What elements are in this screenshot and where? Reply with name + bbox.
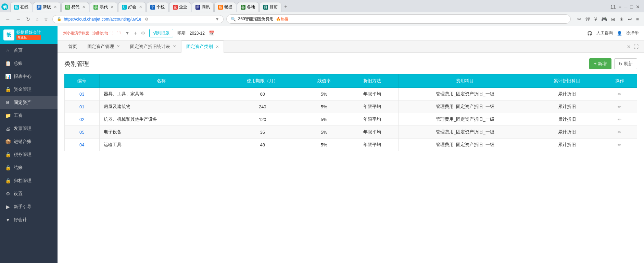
edit-icon[interactable]: ✏ [618, 117, 621, 122]
close-browser-icon[interactable]: ✕ [636, 4, 640, 10]
browser-tab-yidai1[interactable]: 易 易代 ✕ [61, 2, 89, 12]
refresh-button[interactable]: ↻ 刷新 [614, 58, 637, 69]
cell-name: 房屋及建筑物 [99, 100, 223, 113]
site-info-icon[interactable]: ⚙ [145, 17, 149, 22]
edit-icon[interactable]: ✏ [618, 142, 621, 147]
tab-bar: 畅 畅 在线 新 新版 ✕ 易 易代 ✕ 易 易代 ✕ 好 好会 ✕ 个 个税 [0, 0, 644, 12]
tab-label-yidai1: 易代 [71, 4, 79, 10]
page-title-row: 类别管理 + 新增 ↻ 刷新 [64, 58, 637, 69]
maximize-icon[interactable]: □ [630, 4, 633, 10]
tab-asset-depreciation[interactable]: 固定资产折旧统计表 ✕ [125, 40, 181, 53]
edit-icon[interactable]: ✏ [618, 130, 621, 135]
add-category-button[interactable]: + 新增 [589, 58, 611, 69]
cell-period: 60 [223, 88, 302, 100]
bookmark-button[interactable]: ☆ [42, 16, 50, 23]
grid-icon[interactable]: ⊞ [610, 15, 616, 23]
wallet-icon[interactable]: ¥ [593, 15, 598, 23]
cut-icon[interactable]: ✂ [576, 15, 582, 23]
sidebar-item-inventory[interactable]: 📦 进销台账 [0, 135, 58, 148]
maximize-window-icon[interactable]: ⛶ [634, 44, 639, 49]
brightness-icon[interactable]: ☀ [618, 15, 625, 23]
browser-tab-gedi[interactable]: 各 各地 [237, 2, 259, 12]
tab-asset-category[interactable]: 固定资产类别 ✕ [181, 40, 224, 53]
page-tabs: 首页 固定资产管理 ✕ 固定资产折旧统计表 ✕ 固定资产类别 ✕ ✕ ⛶ [58, 40, 644, 53]
sidebar-item-fixed-assets[interactable]: 🖥 固定资产 [0, 96, 58, 109]
category-table: 编号 名称 使用期限（月） 残值率 折旧方法 费用科目 累计折旧科目 操作 03… [64, 74, 637, 151]
tab-asset-mgmt-label: 固定资产管理 [87, 44, 114, 50]
sidebar-item-guide[interactable]: ▶ 新手引导 [0, 200, 58, 213]
close-tab-new[interactable]: ✕ [54, 5, 57, 9]
toolbar-dropdown-icon[interactable]: ▼ [125, 31, 130, 36]
undo-icon[interactable]: ↩ [627, 15, 633, 23]
tab-home[interactable]: 首页 [63, 40, 82, 53]
close-tab-yidai2[interactable]: ✕ [111, 5, 114, 9]
browser-tab-muqian[interactable]: 目 目前 [260, 2, 281, 12]
home-button[interactable]: ⌂ [34, 16, 40, 23]
cell-expense: 管理费用_固定资产折旧_一级 [399, 88, 532, 100]
reload-button[interactable]: ↻ [25, 16, 31, 23]
cell-residual: 5% [302, 139, 346, 151]
sidebar-item-tax[interactable]: 🔒 税务管理 [0, 148, 58, 161]
sidebar-item-salary[interactable]: 📁 工资 [0, 109, 58, 122]
toolbar-settings-icon[interactable]: ⚙ [141, 31, 145, 36]
close-tab-asset-category[interactable]: ✕ [216, 45, 219, 49]
menu-icon[interactable]: ≡ [635, 15, 640, 23]
sidebar-item-archive[interactable]: 🔒 归档管理 [0, 174, 58, 187]
sidebar-item-funds[interactable]: 🔒 资金管理 [0, 83, 58, 96]
close-tab-asset-mgmt[interactable]: ✕ [117, 44, 120, 49]
close-tab-asset-depreciation[interactable]: ✕ [173, 44, 176, 49]
address-bar-expand-icon[interactable]: ▼ [215, 17, 219, 22]
refresh-label: 刷新 [624, 61, 633, 67]
browser-tab-geshui[interactable]: 个 个税 [147, 2, 168, 12]
tab-list-icon[interactable]: ≡ [618, 4, 621, 10]
browser-tab-haohui[interactable]: 好 好会 ✕ [118, 2, 146, 12]
sidebar-item-more[interactable]: ▼ 好会计 [0, 213, 58, 226]
funds-icon: 🔒 [5, 87, 11, 92]
table-body: 03 器具、工具、家具等 60 5% 年限平均 管理费用_固定资产折旧_一级 累… [65, 88, 637, 151]
user-name[interactable]: 徐泽华 [626, 30, 639, 36]
add-tab-button[interactable]: + [282, 4, 289, 10]
table-row: 04 运输工具 48 5% 年限平均 管理费用_固定资产折旧_一级 累计折旧 ✏ [65, 139, 637, 151]
consult-label[interactable]: 人工咨询 [596, 30, 613, 36]
page-title: 类别管理 [64, 60, 89, 68]
sidebar-item-settings[interactable]: ⚙ 设置 [0, 187, 58, 200]
close-tab-yidai1[interactable]: ✕ [82, 5, 85, 9]
close-tab-haohui[interactable]: ✕ [139, 5, 142, 9]
table-header-row: 编号 名称 使用期限（月） 残值率 折旧方法 费用科目 累计折旧科目 操作 [65, 74, 637, 88]
sidebar-item-reports[interactable]: 📊 报表中心 [0, 70, 58, 83]
toolbar-plus-icon[interactable]: + [134, 30, 137, 36]
tab-label-new: 新版 [43, 4, 51, 10]
cell-residual: 5% [302, 100, 346, 113]
forward-button[interactable]: → [14, 16, 22, 23]
back-button[interactable]: ← [4, 16, 12, 23]
tab-label-online: 在线 [20, 4, 28, 10]
tab-label-gedi: 各地 [247, 4, 255, 10]
search-bar[interactable]: 🔍 360智能抠图免费用 🔥热搜 [226, 14, 571, 24]
refresh-spin-icon: ↻ [619, 61, 622, 67]
edit-icon[interactable]: ✏ [618, 92, 621, 97]
browser-tab-yidai2[interactable]: 易 易代 ✕ [90, 2, 117, 12]
cell-code: 05 [65, 126, 100, 139]
address-bar[interactable]: 🔒 https://cloud.chanjet.com/accounting/u… [52, 15, 224, 23]
game-icon[interactable]: 🎮 [600, 15, 608, 23]
calendar-icon[interactable]: 📅 [209, 31, 214, 36]
ledger-icon: 📋 [5, 61, 11, 66]
browser-tab-new[interactable]: 新 新版 ✕ [33, 2, 61, 12]
tab-asset-mgmt[interactable]: 固定资产管理 ✕ [82, 40, 125, 53]
sidebar-item-settle[interactable]: 🔒 结账 [0, 161, 58, 174]
cell-method: 年限平均 [346, 126, 399, 139]
sidebar-item-home[interactable]: ⌂ 首页 [0, 44, 58, 57]
sidebar-item-ledger[interactable]: 📋 总账 [0, 57, 58, 70]
close-window-icon[interactable]: ✕ [627, 44, 631, 49]
browser-tab-online[interactable]: 畅 在线 [10, 2, 32, 12]
edit-icon[interactable]: ✏ [618, 104, 621, 109]
minimize-icon[interactable]: ─ [624, 4, 628, 10]
sidebar-label-settle: 结账 [14, 165, 23, 171]
browser-tab-changti[interactable]: 畅 畅提 [214, 2, 236, 12]
browser-tab-qiye[interactable]: 企 企业 [169, 2, 191, 12]
sidebar-label-guide: 新手引导 [14, 204, 31, 210]
translate-icon[interactable]: 译 [584, 15, 591, 23]
switch-to-old-btn[interactable]: 切到旧版 [149, 29, 173, 37]
sidebar-item-invoice[interactable]: 🖨 发票管理 [0, 122, 58, 135]
browser-tab-tencent[interactable]: 腾 腾讯 [192, 2, 214, 12]
